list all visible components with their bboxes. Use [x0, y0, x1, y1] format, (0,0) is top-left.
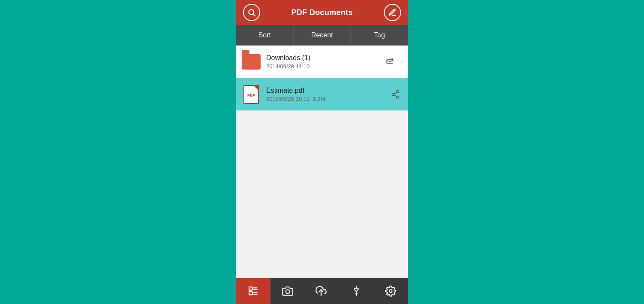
- folder-shape: [242, 54, 261, 70]
- pdf-label-text: PDF: [247, 93, 255, 97]
- cloud-icon: [316, 286, 328, 297]
- file-name: Estimate.pdf: [266, 87, 388, 94]
- file-info: Downloads (1) 2014/09/28 11:10: [266, 54, 383, 70]
- app-container: PDF Documents Sort Recent Tag Down: [236, 0, 408, 304]
- bottom-nav: [236, 278, 408, 304]
- search-button[interactable]: [243, 4, 260, 21]
- tab-tag[interactable]: Tag: [351, 25, 408, 46]
- file-meta: 2018/05/25 10:11 6.2M: [266, 96, 388, 102]
- nav-item-camera[interactable]: [270, 278, 305, 304]
- toolbar: Sort Recent Tag: [236, 25, 408, 46]
- nav-item-settings[interactable]: [374, 278, 408, 304]
- file-info: Estimate.pdf 2018/05/25 10:11 6.2M: [266, 87, 388, 102]
- pdf-shape: PDF: [243, 85, 259, 104]
- pdf-icon: PDF: [241, 85, 261, 104]
- edit-icon: [388, 8, 397, 17]
- svg-rect-7: [249, 287, 252, 290]
- file-list: Downloads (1) 2014/09/28 11:10 › PDF: [236, 46, 408, 278]
- svg-point-20: [389, 290, 392, 293]
- chevron-right-icon: ›: [401, 58, 403, 66]
- svg-line-5: [394, 95, 397, 97]
- share-icon: [386, 57, 395, 67]
- tab-recent[interactable]: Recent: [294, 25, 351, 46]
- camera-icon: [282, 286, 293, 297]
- svg-point-13: [286, 290, 290, 294]
- file-actions: [388, 87, 403, 102]
- documents-icon: [248, 286, 259, 297]
- nav-item-cloud[interactable]: [305, 278, 339, 304]
- nav-item-tools[interactable]: [339, 278, 374, 304]
- nav-item-documents[interactable]: [236, 278, 270, 304]
- header-title: PDF Documents: [292, 8, 353, 17]
- tab-sort[interactable]: Sort: [236, 25, 294, 46]
- list-item[interactable]: Downloads (1) 2014/09/28 11:10 ›: [236, 46, 408, 78]
- settings-icon: [385, 286, 396, 297]
- file-actions: ›: [383, 55, 403, 69]
- svg-line-1: [253, 14, 255, 16]
- svg-point-4: [397, 96, 399, 98]
- file-name: Downloads (1): [266, 54, 383, 62]
- share-button[interactable]: [388, 87, 403, 102]
- search-icon: [247, 8, 256, 17]
- edit-button[interactable]: [384, 4, 401, 21]
- list-item[interactable]: PDF Estimate.pdf 2018/05/25 10:11 6.2M: [236, 78, 408, 111]
- share-button[interactable]: [383, 55, 398, 69]
- share-icon: [391, 90, 400, 99]
- file-meta: 2014/09/28 11:10: [266, 63, 383, 70]
- svg-line-6: [394, 92, 397, 94]
- svg-point-3: [392, 93, 395, 96]
- tools-icon: [351, 286, 362, 297]
- svg-point-2: [397, 90, 399, 93]
- header: PDF Documents: [236, 0, 408, 25]
- folder-icon: [241, 52, 261, 72]
- svg-rect-8: [249, 292, 252, 295]
